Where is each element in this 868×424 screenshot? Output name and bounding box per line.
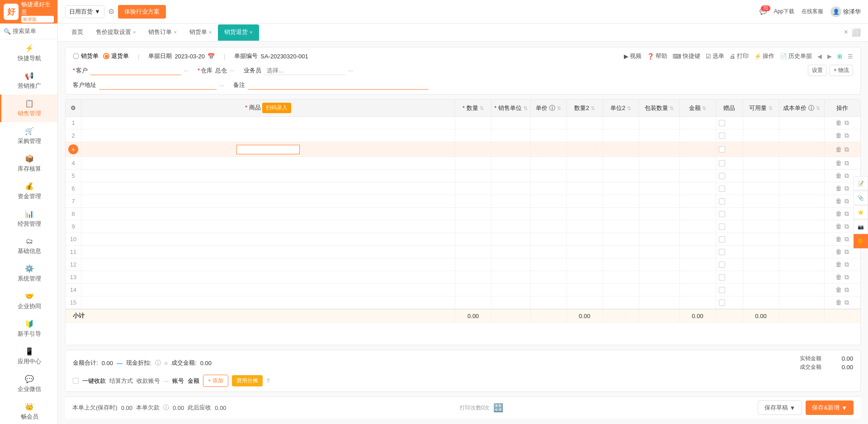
tab-sales-order[interactable]: 销售订单 ×	[142, 24, 183, 41]
float-btn-active[interactable]: 🟠	[854, 234, 868, 248]
sidebar-item-wechat[interactable]: 💬 企业微信	[0, 370, 57, 398]
print-btn[interactable]: 🖨 打印	[730, 52, 749, 60]
th-unit2[interactable]: 单位2 ⇅	[603, 100, 639, 117]
sidebar-item-member[interactable]: 👑 畅会员	[0, 398, 57, 424]
gift-checkbox[interactable]	[719, 287, 725, 293]
sidebar-item-operations[interactable]: 📊 经营管理	[0, 205, 57, 233]
delete-row-button[interactable]: 🗑	[835, 223, 842, 230]
copy-row-button[interactable]: ⧉	[844, 197, 849, 205]
delete-row-button[interactable]: 🗑	[835, 185, 842, 192]
goods-cell[interactable]	[81, 170, 455, 182]
sidebar-item-sales[interactable]: 📋 销售管理	[0, 95, 57, 122]
goods-cell[interactable]	[81, 258, 455, 271]
online-service-link[interactable]: 在线客服	[802, 8, 823, 15]
copy-row-button[interactable]: ⧉	[844, 261, 849, 268]
gift-checkbox[interactable]	[719, 173, 725, 179]
operation-btn[interactable]: ⚡ 操作	[754, 52, 774, 60]
goods-cell[interactable]	[81, 284, 455, 296]
th-price[interactable]: 单价 ⓘ ⇅	[530, 100, 566, 117]
add-row-button[interactable]: +	[68, 144, 78, 154]
save-new-button[interactable]: 保存&新增 ▼	[806, 400, 854, 415]
copy-row-button[interactable]: ⧉	[844, 159, 849, 167]
gift-checkbox[interactable]	[719, 249, 725, 255]
delete-row-button[interactable]: 🗑	[835, 235, 842, 243]
sidebar-item-basic-info[interactable]: 🗂 基础信息	[0, 233, 57, 260]
nav-prev-icon[interactable]: ◀	[817, 53, 822, 60]
gift-checkbox[interactable]	[719, 274, 725, 281]
th-unit[interactable]: * 销售单位 ⇅	[491, 100, 530, 117]
copy-row-button[interactable]: ⧉	[844, 273, 849, 281]
copy-row-button[interactable]: ⧉	[844, 172, 849, 180]
tab-close-price[interactable]: ×	[133, 29, 136, 35]
gift-checkbox[interactable]	[719, 262, 725, 268]
goods-cell[interactable]	[81, 246, 455, 258]
goods-cell[interactable]	[81, 296, 455, 310]
search-menu[interactable]: 🔍 搜索菜单	[0, 24, 57, 39]
warehouse-select-icon[interactable]: ···	[230, 67, 235, 74]
delete-row-button[interactable]: 🗑	[835, 146, 842, 153]
copy-row-button[interactable]: ⧉	[844, 286, 849, 294]
goods-input[interactable]	[236, 145, 300, 154]
save-draft-button[interactable]: 保存草稿 ▼	[758, 400, 802, 415]
sidebar-item-new-guide[interactable]: 🔰 新手引导	[0, 315, 57, 343]
shortcuts-btn[interactable]: ⌨ 快捷键	[673, 52, 700, 60]
th-amount[interactable]: 金额 ⇅	[679, 100, 716, 117]
gift-checkbox[interactable]	[719, 300, 725, 306]
address-input[interactable]	[99, 81, 217, 90]
float-btn-notes[interactable]: 📝	[854, 176, 868, 190]
th-pack-qty[interactable]: 包装数量 ⇅	[639, 100, 679, 117]
copy-row-button[interactable]: ⧉	[844, 248, 849, 256]
customer-select-icon[interactable]: ···	[184, 67, 189, 74]
goods-cell[interactable]	[81, 271, 455, 284]
tab-sales[interactable]: 销货单 ×	[183, 24, 218, 41]
gift-checkbox[interactable]	[719, 186, 725, 192]
settings-button[interactable]: 设置	[808, 65, 827, 76]
add-payment-btn[interactable]: + 添加	[203, 375, 228, 387]
tab-close-sales-order[interactable]: ×	[174, 29, 176, 35]
goods-cell[interactable]	[81, 195, 455, 208]
sidebar-item-app-center[interactable]: 📱 应用中心	[0, 343, 57, 370]
delete-row-button[interactable]: 🗑	[835, 119, 842, 127]
goods-cell[interactable]	[81, 117, 455, 129]
customer-input[interactable]	[90, 66, 181, 75]
radio-sale[interactable]: 销货单	[73, 52, 99, 60]
sidebar-item-finance[interactable]: 💰 资金管理	[0, 177, 57, 205]
gift-checkbox[interactable]	[719, 160, 725, 167]
copy-row-button[interactable]: ⧉	[844, 146, 849, 153]
delete-row-button[interactable]: 🗑	[835, 132, 842, 139]
select-btn[interactable]: ☑ 选单	[706, 52, 724, 60]
grid-view-icon[interactable]: ⊞	[837, 53, 842, 60]
goods-cell[interactable]	[81, 233, 455, 246]
delete-row-button[interactable]: 🗑	[835, 248, 842, 256]
th-available[interactable]: 可用量 ⇅	[743, 100, 779, 117]
th-gift[interactable]: 赠品	[716, 100, 743, 117]
delete-row-button[interactable]: 🗑	[835, 197, 842, 205]
goods-cell[interactable]	[81, 157, 455, 170]
list-view-icon[interactable]: ☰	[848, 53, 853, 60]
one-click-payment-checkbox[interactable]	[73, 378, 79, 384]
remark-input[interactable]	[248, 81, 429, 90]
video-btn[interactable]: ▶ 视频	[624, 52, 642, 60]
scan-button[interactable]: 扫码录入	[262, 103, 291, 113]
gift-checkbox[interactable]	[719, 146, 725, 152]
goods-cell[interactable]	[81, 182, 455, 195]
float-btn-star[interactable]: ⭐	[854, 205, 868, 219]
th-qty2[interactable]: 数量2 ⇅	[566, 100, 603, 117]
tab-sales-return[interactable]: 销货退货 ×	[218, 24, 259, 41]
help-btn[interactable]: ❓ 帮助	[647, 52, 667, 60]
app-download-link[interactable]: App下载	[774, 8, 794, 15]
goods-cell[interactable]	[81, 220, 455, 233]
staff-input[interactable]	[264, 66, 345, 75]
sidebar-item-system[interactable]: ⚙️ 系统管理	[0, 260, 57, 287]
delete-row-button[interactable]: 🗑	[835, 210, 842, 218]
delete-row-button[interactable]: 🗑	[835, 299, 842, 306]
gift-checkbox[interactable]	[719, 224, 725, 230]
staff-select-icon[interactable]: ···	[348, 67, 353, 74]
copy-row-button[interactable]: ⧉	[844, 235, 849, 243]
message-badge[interactable]: 💬 70	[760, 8, 767, 15]
user-info[interactable]: 👤 徐泽华	[830, 6, 861, 17]
th-cost-price[interactable]: 成本单价 ⓘ ⇅	[779, 100, 824, 117]
copy-row-button[interactable]: ⧉	[844, 210, 849, 218]
gift-checkbox[interactable]	[719, 120, 725, 126]
goods-cell[interactable]	[81, 129, 455, 142]
